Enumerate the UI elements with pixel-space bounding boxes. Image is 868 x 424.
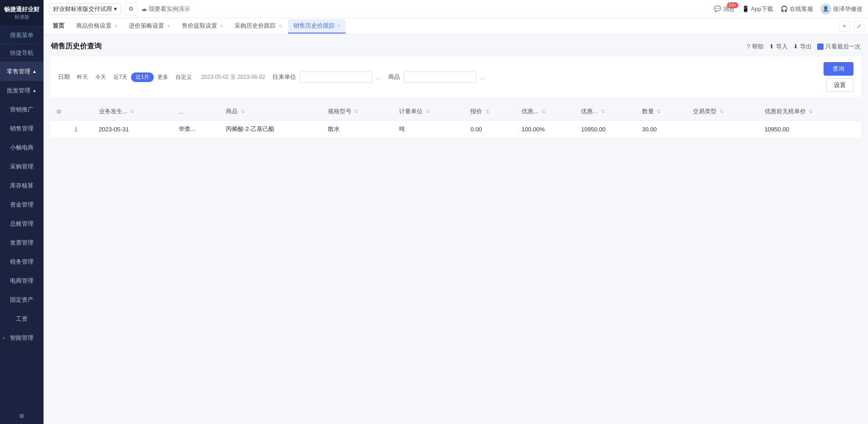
sidebar-item-purchase[interactable]: 采购管理 (0, 157, 44, 176)
sidebar-item-retail[interactable]: 零售管理 ▲ (0, 62, 44, 81)
th-biz-date[interactable]: 业务发生... ⇅ (93, 103, 173, 120)
th-product[interactable]: 商品 ⇅ (220, 103, 322, 120)
th-price[interactable]: 报价 ⇅ (465, 103, 516, 120)
filter-actions: 查询 设置 (824, 62, 853, 92)
th-unit-label: 计量单位 (399, 108, 423, 115)
product-filter-group: 商品 ... (388, 72, 485, 83)
th-more-label: ... (179, 108, 184, 115)
tab-product-price[interactable]: 商品价格设置 × (71, 19, 122, 34)
version-selector[interactable]: 好业财标准版交付试用 ▾ (49, 3, 121, 15)
user-name: 徐泽华修改 (833, 5, 863, 13)
page-content: 销售历史价查询 ? 帮助 ⬆ 导入 ⬇ 导出 只看最后一次 (44, 34, 868, 424)
expand-tab-button[interactable]: ⤢ (853, 21, 864, 32)
sidebar-item-ecommerce-small[interactable]: 小畅电商 (0, 138, 44, 157)
th-discount2[interactable]: 优惠... ⇅ (575, 103, 636, 120)
sidebar-item-wholesale[interactable]: 批发管理 ▲ (0, 81, 44, 100)
th-settings[interactable]: ⚙ (51, 103, 69, 120)
tab-close-icon[interactable]: × (167, 23, 170, 29)
sidebar-item-label: 采购管理 (10, 163, 34, 171)
sidebar-item-smart[interactable]: 智能管理 (0, 328, 44, 347)
th-spec[interactable]: 规格型号 ⇅ (322, 103, 394, 120)
sort-icon: ⇅ (426, 109, 430, 114)
tab-purchase-history[interactable]: 采购历史价跟踪 × (229, 19, 287, 34)
tab-close-icon[interactable]: × (114, 23, 117, 29)
date-more-btn[interactable]: 更多 (154, 72, 172, 82)
query-button[interactable]: 查询 (824, 62, 853, 76)
chevron-up-icon: ▲ (32, 69, 37, 74)
sidebar-quick-nav[interactable]: 快捷导航 (0, 44, 44, 62)
product-input[interactable] (404, 72, 476, 83)
cell-num: 1 (69, 120, 93, 138)
sidebar-item-finance[interactable]: 资金管理 (0, 195, 44, 214)
mobile-icon: 📱 (742, 5, 749, 12)
tab-label: 商品价格设置 (76, 22, 112, 30)
user-menu[interactable]: 👤 徐泽华修改 (820, 4, 863, 14)
column-settings-icon[interactable]: ⚙ (56, 108, 62, 115)
demo-link[interactable]: ☁ 我要看实例演示 (141, 5, 190, 13)
tab-home[interactable]: 首页 (47, 19, 70, 34)
th-pre-tax-price[interactable]: 优惠前无税单价 ⇅ (759, 103, 861, 120)
sidebar-item-ledger[interactable]: 总账管理 (0, 214, 44, 233)
sidebar-item-marketing[interactable]: 营销推广 (0, 100, 44, 119)
topbar-settings-button[interactable]: ⚙ (125, 3, 137, 15)
th-more[interactable]: ... (173, 103, 220, 120)
th-quantity[interactable]: 数量 ⇅ (637, 103, 688, 120)
help-button[interactable]: ? 帮助 (747, 43, 764, 51)
tabbar: 首页 商品价格设置 × 进价策略设置 × 售价提取设置 × 采购历史价跟踪 × … (44, 18, 868, 34)
topbar: 好业财标准版交付试用 ▾ ⚙ ☁ 我要看实例演示 💬 消息 99+ 📱 App下… (44, 0, 868, 18)
page-title: 销售历史价查询 (51, 42, 102, 51)
tab-close-icon[interactable]: × (337, 23, 340, 29)
partner-input[interactable] (300, 72, 372, 83)
logo-sub: 标准版 (4, 14, 40, 20)
filter-bar: 日期 昨天 今天 近7天 近1月 更多 自定义 2023-05-02 至 202… (51, 57, 861, 97)
sort-icon: ⇅ (809, 109, 813, 114)
sidebar-item-salary[interactable]: 工资 (0, 309, 44, 328)
sidebar-item-label: 总账管理 (10, 220, 34, 228)
date-last1m-btn[interactable]: 近1月 (131, 72, 154, 82)
sidebar-search[interactable]: 搜索菜单 (0, 27, 44, 44)
message-button[interactable]: 💬 消息 99+ (714, 5, 735, 13)
export-button[interactable]: ⬇ 导出 (793, 43, 812, 51)
last-only-checkbox-group: 只看最后一次 (817, 43, 861, 51)
online-service-button[interactable]: 🎧 在线客服 (780, 5, 813, 13)
sidebar-item-sales[interactable]: 销售管理 (0, 119, 44, 138)
sidebar-bottom-settings[interactable]: ⚙ (0, 408, 44, 424)
product-dots[interactable]: ... (480, 73, 485, 81)
th-product-label: 商品 (226, 108, 238, 115)
sort-icon: ⇅ (541, 109, 546, 114)
tab-purchase-strategy[interactable]: 进价策略设置 × (123, 19, 175, 34)
sidebar-item-label: 小畅电商 (10, 144, 34, 152)
date-range-display: 2023-05-02 至 2023-06-02 (201, 73, 265, 81)
import-icon: ⬆ (769, 43, 774, 50)
th-unit[interactable]: 计量单位 ⇅ (394, 103, 465, 120)
th-trade-type[interactable]: 交易类型 ⇅ (688, 103, 759, 120)
date-custom-btn[interactable]: 自定义 (172, 72, 195, 82)
tab-sale-price-pickup[interactable]: 售价提取设置 × (176, 19, 228, 34)
th-discount1[interactable]: 优惠... ⇅ (516, 103, 575, 120)
tab-sales-history[interactable]: 销售历史价跟踪 × (288, 19, 346, 34)
cell-quantity: 30.00 (637, 120, 688, 138)
close-tab-button[interactable]: × (839, 21, 850, 32)
online-service-label: 在线客服 (790, 5, 813, 13)
date-yesterday-btn[interactable]: 昨天 (73, 72, 92, 82)
tab-close-icon[interactable]: × (278, 23, 281, 29)
tab-close-icon[interactable]: × (220, 23, 223, 29)
sidebar-item-tax[interactable]: 税务管理 (0, 252, 44, 271)
import-button[interactable]: ⬆ 导入 (769, 43, 788, 51)
last-only-checkbox[interactable] (817, 43, 824, 50)
sort-icon: ⇅ (354, 109, 358, 114)
date-last7-btn[interactable]: 近7天 (110, 72, 131, 82)
sidebar: 畅捷通好业财 标准版 搜索菜单 快捷导航 零售管理 ▲ 批发管理 ▲ 营销推广 … (0, 0, 44, 424)
filter-settings-button[interactable]: 设置 (826, 78, 853, 92)
date-today-btn[interactable]: 今天 (92, 72, 110, 82)
table-row[interactable]: 1 2023-05-31 华查... 丙烯酸-2-乙基己酯 散水 吨 0.00 … (51, 120, 861, 138)
sidebar-item-inventory[interactable]: 库存核算 (0, 176, 44, 195)
sidebar-item-ecommerce[interactable]: 电商管理 (0, 271, 44, 290)
partner-dots[interactable]: ... (376, 73, 381, 81)
app-download-button[interactable]: 📱 App下载 (742, 5, 773, 13)
sidebar-item-invoice[interactable]: 发票管理 (0, 233, 44, 252)
sidebar-item-label: 固定资产 (10, 296, 34, 304)
export-icon: ⬇ (793, 43, 798, 50)
tab-label: 销售历史价跟踪 (293, 22, 335, 30)
sidebar-item-assets[interactable]: 固定资产 (0, 290, 44, 309)
